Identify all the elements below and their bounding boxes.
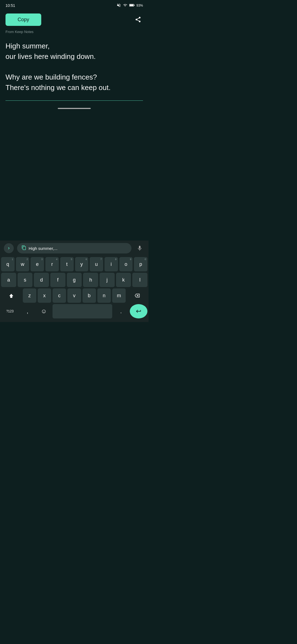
key-k[interactable]: k (116, 273, 131, 287)
key-j[interactable]: j (100, 273, 115, 287)
key-w[interactable]: 2w (16, 257, 29, 271)
key-c[interactable]: c (53, 288, 66, 303)
source-label: From Keep Notes (0, 29, 148, 38)
content-divider (6, 100, 143, 101)
battery-icon (129, 4, 135, 8)
mute-icon (117, 3, 121, 8)
expand-button[interactable] (4, 243, 14, 253)
keyboard-area: High summer,... 1q 2w 3e 4r 5t 6y 7u 8i … (0, 241, 148, 322)
status-bar: 10:51 93% (0, 0, 148, 10)
num-sym-key[interactable]: ?123 (1, 304, 19, 318)
copy-button[interactable]: Copy (6, 13, 41, 26)
mic-button[interactable] (135, 243, 145, 253)
suggestion-bar: High summer,... (0, 241, 148, 256)
clipboard-chip[interactable]: High summer,... (17, 243, 131, 253)
home-indicator (58, 108, 91, 109)
bottom-bar (0, 106, 148, 111)
shift-key[interactable] (1, 288, 21, 303)
keyboard-row-3: z x c v b n m (0, 288, 148, 303)
key-n[interactable]: n (97, 288, 111, 303)
key-s[interactable]: s (18, 273, 33, 287)
key-o[interactable]: 9o (119, 257, 133, 271)
enter-key[interactable] (130, 304, 147, 318)
key-t[interactable]: 5t (60, 257, 74, 271)
clipboard-preview-text: High summer,... (29, 246, 57, 251)
key-z[interactable]: z (23, 288, 36, 303)
key-p[interactable]: 0p (134, 257, 147, 271)
period-key[interactable]: . (114, 304, 128, 318)
key-x[interactable]: x (38, 288, 51, 303)
wifi-icon (123, 3, 128, 8)
keyboard-row-2: a s d f g h j k l (0, 273, 148, 287)
space-key[interactable] (53, 304, 112, 318)
clipboard-icon (21, 245, 26, 251)
status-icons: 93% (117, 3, 143, 8)
keyboard-row-4: ?123 , ☺ . (0, 304, 148, 321)
key-d[interactable]: d (34, 273, 49, 287)
status-time: 10:51 (6, 3, 15, 8)
key-q[interactable]: 1q (1, 257, 15, 271)
content-area: High summer, our lives here winding down… (0, 38, 148, 106)
comma-key[interactable]: , (20, 304, 35, 318)
backspace-key[interactable] (127, 288, 147, 303)
key-u[interactable]: 7u (90, 257, 103, 271)
key-h[interactable]: h (83, 273, 98, 287)
key-l[interactable]: l (132, 273, 147, 287)
emoji-key[interactable]: ☺ (36, 304, 51, 318)
key-r[interactable]: 4r (45, 257, 59, 271)
key-m[interactable]: m (112, 288, 126, 303)
toolbar: Copy (0, 10, 148, 29)
key-e[interactable]: 3e (31, 257, 44, 271)
key-g[interactable]: g (67, 273, 82, 287)
key-y[interactable]: 6y (75, 257, 89, 271)
poem-content: High summer, our lives here winding down… (6, 41, 143, 93)
key-a[interactable]: a (1, 273, 16, 287)
key-i[interactable]: 8i (105, 257, 118, 271)
battery-percentage: 93% (136, 4, 143, 7)
svg-rect-1 (134, 5, 134, 6)
svg-rect-2 (130, 4, 133, 6)
share-button[interactable] (133, 15, 143, 24)
keyboard-row-1: 1q 2w 3e 4r 5t 6y 7u 8i 9o 0p (0, 257, 148, 271)
key-b[interactable]: b (82, 288, 96, 303)
key-v[interactable]: v (67, 288, 81, 303)
key-f[interactable]: f (50, 273, 65, 287)
keyboard: 1q 2w 3e 4r 5t 6y 7u 8i 9o 0p a s d f g … (0, 256, 148, 321)
